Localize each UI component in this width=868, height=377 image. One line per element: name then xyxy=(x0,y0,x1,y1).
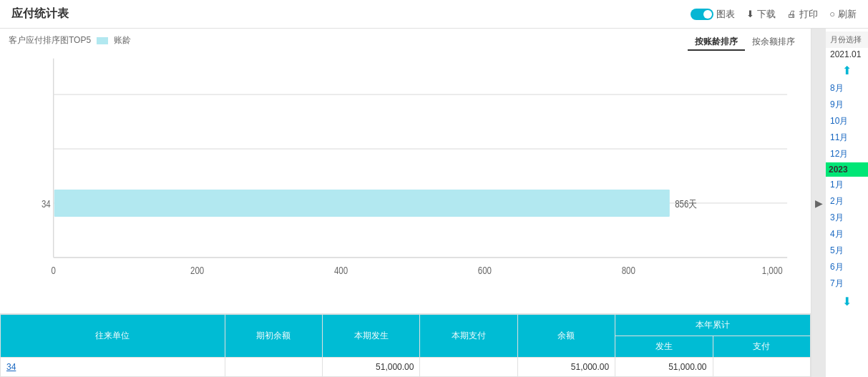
svg-text:400: 400 xyxy=(334,264,348,275)
svg-text:200: 200 xyxy=(190,264,204,275)
cell-ytd-occur: 51,000.00 xyxy=(615,358,713,377)
sidebar-month-8[interactable]: 8月 xyxy=(826,80,868,97)
sidebar-month-9[interactable]: 9月 xyxy=(826,97,868,113)
svg-rect-13 xyxy=(54,190,670,217)
sidebar-month-5[interactable]: 5月 xyxy=(826,243,868,259)
page-title: 应付统计表 xyxy=(11,6,69,21)
cell-unit: 34 xyxy=(1,358,225,377)
table-row: 34 51,000.00 51,000.00 51,000.00 xyxy=(1,358,811,377)
up-icon: ⬆ xyxy=(842,64,852,77)
print-button[interactable]: 🖨 打印 xyxy=(787,8,818,21)
sidebar-up-button[interactable]: ⬆ xyxy=(826,61,868,80)
col-current-occur: 本期发生 xyxy=(323,315,420,358)
legend-dot xyxy=(97,37,108,44)
col-opening: 期初余额 xyxy=(225,315,322,358)
download-icon: ⬇ xyxy=(746,9,754,19)
refresh-icon: ○ xyxy=(829,9,835,19)
sidebar-month-4[interactable]: 4月 xyxy=(826,226,868,243)
col-balance: 余额 xyxy=(517,315,615,358)
svg-text:1,000: 1,000 xyxy=(762,264,783,275)
sidebar-year-label[interactable]: 2021.01 xyxy=(826,48,868,61)
print-label: 打印 xyxy=(799,8,818,21)
sort-by-amount-button[interactable]: 按余额排序 xyxy=(745,34,802,51)
down-icon: ⬇ xyxy=(842,295,852,308)
cell-opening xyxy=(225,358,322,377)
data-table: 往来单位 期初余额 本期发生 本期支付 余额 本年累计 发生 支付 xyxy=(0,314,811,377)
sidebar-month-6[interactable]: 6月 xyxy=(826,259,868,275)
refresh-label: 刷新 xyxy=(838,8,857,21)
sidebar-down-button[interactable]: ⬇ xyxy=(826,292,868,311)
chart-toggle[interactable]: 图表 xyxy=(691,8,735,21)
col-unit: 往来单位 xyxy=(1,315,225,358)
sidebar-month-11[interactable]: 11月 xyxy=(826,129,868,146)
col-ytd-pay: 支付 xyxy=(713,336,810,358)
toggle-switch[interactable] xyxy=(691,9,713,20)
sidebar-month-10[interactable]: 10月 xyxy=(826,113,868,129)
table-wrapper: 往来单位 期初余额 本期发生 本期支付 余额 本年累计 发生 支付 xyxy=(0,314,811,377)
sidebar-year-badge[interactable]: 2023 xyxy=(826,162,868,177)
cell-current-occur: 51,000.00 xyxy=(323,358,420,377)
header: 应付统计表 图表 ⬇ 下载 🖨 打印 ○ 刷新 xyxy=(0,0,868,29)
app-container: 应付统计表 图表 ⬇ 下载 🖨 打印 ○ 刷新 xyxy=(0,0,868,377)
sidebar-month-3[interactable]: 3月 xyxy=(826,210,868,226)
sidebar: ▶ 月份选择 2021.01 ⬆ 8月 9月 10月 11月 12月 2023 … xyxy=(811,29,868,377)
print-icon: 🖨 xyxy=(787,9,796,19)
cell-current-pay xyxy=(420,358,517,377)
collapse-icon: ▶ xyxy=(815,197,823,209)
sort-by-balance-button[interactable]: 按账龄排序 xyxy=(688,34,745,51)
sidebar-month-7[interactable]: 7月 xyxy=(826,275,868,292)
refresh-button[interactable]: ○ 刷新 xyxy=(829,8,857,21)
content: 客户应付排序图TOP5 账龄 按账龄排序 按余额排序 xyxy=(0,29,811,377)
main-area: 客户应付排序图TOP5 账龄 按账龄排序 按余额排序 xyxy=(0,29,868,377)
download-button[interactable]: ⬇ 下载 xyxy=(746,8,776,21)
unit-link[interactable]: 34 xyxy=(6,362,16,372)
header-actions: 图表 ⬇ 下载 🖨 打印 ○ 刷新 xyxy=(691,8,857,21)
col-ytd-group: 本年累计 xyxy=(615,315,811,336)
svg-text:0: 0 xyxy=(52,264,56,275)
cell-balance: 51,000.00 xyxy=(517,358,615,377)
svg-text:34: 34 xyxy=(42,198,51,210)
legend-label: 客户应付排序图TOP5 xyxy=(9,34,91,46)
chart-label: 图表 xyxy=(716,8,735,21)
svg-text:800: 800 xyxy=(622,264,635,275)
col-current-pay: 本期支付 xyxy=(420,315,517,358)
chart-section: 客户应付排序图TOP5 账龄 按账龄排序 按余额排序 xyxy=(0,29,811,313)
chart-container: 0 200 400 600 800 1,000 34 856天 xyxy=(9,49,802,303)
sidebar-month-2[interactable]: 2月 xyxy=(826,193,868,210)
table-section: 往来单位 期初余额 本期发生 本期支付 余额 本年累计 发生 支付 xyxy=(0,313,811,377)
chart-legend: 客户应付排序图TOP5 账龄 xyxy=(9,34,802,46)
col-ytd-occur: 发生 xyxy=(615,336,713,358)
sort-buttons: 按账龄排序 按余额排序 xyxy=(688,34,802,51)
sidebar-month-12[interactable]: 12月 xyxy=(826,146,868,162)
sidebar-month-1[interactable]: 1月 xyxy=(826,177,868,193)
cell-ytd-pay xyxy=(713,358,810,377)
svg-text:856天: 856天 xyxy=(675,198,697,210)
sidebar-title: 月份选择 xyxy=(826,31,868,48)
download-label: 下载 xyxy=(757,8,776,21)
legend-item: 账龄 xyxy=(114,34,131,46)
bar-chart: 0 200 400 600 800 1,000 34 856天 xyxy=(9,49,802,303)
sidebar-content: 月份选择 2021.01 ⬆ 8月 9月 10月 11月 12月 2023 1月… xyxy=(826,29,868,377)
sidebar-collapse-button[interactable]: ▶ xyxy=(811,29,826,377)
svg-text:600: 600 xyxy=(478,264,492,275)
